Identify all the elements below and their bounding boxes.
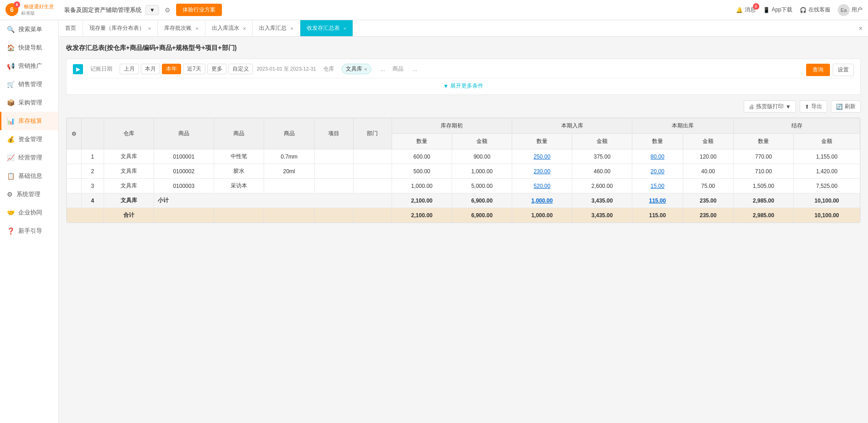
subtotal-label: 小计 bbox=[154, 193, 392, 208]
sidebar-item-inventory[interactable]: 📊 库存核算 bbox=[0, 112, 58, 130]
industry-select[interactable]: ▼ bbox=[145, 5, 159, 15]
tab-close-inout-flow[interactable]: × bbox=[243, 26, 246, 31]
settings-icon: ⚙ bbox=[72, 131, 77, 137]
date-range: 2023-01-01 至 2023-12-31 bbox=[257, 66, 316, 72]
sidebar-item-guide[interactable]: ❓ 新手引导 bbox=[0, 222, 58, 240]
logo-area: 6 6 畅捷通好生意 标准版 bbox=[6, 3, 64, 16]
sidebar-item-operations[interactable]: 📈 经营管理 bbox=[0, 148, 58, 167]
notification-button[interactable]: 🔔 消息 6 bbox=[736, 6, 756, 14]
tab-close-inout-summary[interactable]: × bbox=[290, 26, 293, 31]
avatar: Ea bbox=[838, 4, 850, 16]
row-warehouse: 文具库 bbox=[104, 149, 154, 164]
row-out-qty[interactable]: 20.00 bbox=[632, 164, 683, 179]
content-area: 收发存汇总表(按仓库+商品编码+商品+规格型号+项目+部门) ▶ 记账日期 上月… bbox=[59, 37, 868, 423]
subtotal-out-amt: 235.00 bbox=[683, 193, 733, 208]
subtotal-seq: 4 bbox=[82, 193, 104, 208]
subtotal-in-qty[interactable]: 1,000.00 bbox=[512, 193, 572, 208]
row-in-qty[interactable]: 520.00 bbox=[512, 179, 572, 193]
expand-conditions[interactable]: ▼ 展开更多条件 bbox=[73, 82, 854, 90]
row-in-qty[interactable]: 250.00 bbox=[512, 149, 572, 164]
row-bal-amt: 7,525.00 bbox=[794, 179, 860, 193]
tab-batch-ledger[interactable]: 库存批次账 × bbox=[158, 20, 205, 37]
tab-recv-send[interactable]: 收发存汇总表 × bbox=[300, 20, 353, 37]
footer-out-qty: 115.00 bbox=[632, 208, 683, 223]
headset-icon: 🎧 bbox=[800, 7, 807, 13]
date-btn-prev-month[interactable]: 上月 bbox=[120, 64, 139, 74]
footer-row: 合计 2,100.00 6,900.00 1,000.00 3,435.00 1… bbox=[67, 208, 860, 223]
subtotal-bal-qty: 2,985.00 bbox=[734, 193, 794, 208]
sidebar: 🔍 搜索菜单 🏠 快捷导航 📢 营销推广 🛒 销售管理 📦 采购管理 📊 库存核… bbox=[0, 20, 59, 423]
footer-in-qty: 1,000.00 bbox=[512, 208, 572, 223]
tab-stock-dist[interactable]: 现存量（库存分布表） × bbox=[83, 20, 158, 37]
row-bal-qty: 770.00 bbox=[734, 149, 794, 164]
close-all-tabs[interactable]: × bbox=[853, 25, 868, 32]
sidebar-item-marketing[interactable]: 📢 营销推广 bbox=[0, 57, 58, 75]
row-seq: 1 bbox=[82, 149, 104, 164]
col-balance-header: 结存 bbox=[734, 118, 860, 134]
row-in-qty[interactable]: 230.00 bbox=[512, 164, 572, 179]
toolbar: 🖨 拣货版打印 ▼ ⬆ 导出 🔄 刷新 bbox=[66, 100, 861, 113]
row-goods: 胶水 bbox=[214, 164, 264, 179]
refresh-button[interactable]: 🔄 刷新 bbox=[831, 100, 861, 113]
warehouse-more[interactable]: ... bbox=[381, 66, 385, 72]
try-industry-button[interactable]: 体验行业方案 bbox=[176, 4, 222, 16]
tab-close-batch-ledger[interactable]: × bbox=[195, 26, 198, 31]
row-out-qty[interactable]: 15.00 bbox=[632, 179, 683, 193]
tab-close-recv-send[interactable]: × bbox=[343, 26, 346, 31]
row-init-amt: 1,000.00 bbox=[452, 164, 512, 179]
warehouse-label: 仓库 bbox=[323, 65, 334, 73]
row-project bbox=[315, 149, 353, 164]
goods-label: 商品 bbox=[393, 65, 404, 73]
chart-icon: 📊 bbox=[7, 117, 15, 125]
sidebar-item-purchase[interactable]: 📦 采购管理 bbox=[0, 93, 58, 112]
date-btn-more[interactable]: 更多 bbox=[207, 64, 227, 74]
row-out-amt: 120.00 bbox=[683, 149, 733, 164]
date-btn-this-month[interactable]: 本月 bbox=[141, 64, 160, 74]
col-bal-qty-header: 数量 bbox=[734, 134, 794, 149]
settings-button[interactable]: 设置 bbox=[833, 64, 854, 76]
row-bal-qty: 710.00 bbox=[734, 164, 794, 179]
date-btn-7days[interactable]: 近7天 bbox=[183, 64, 205, 74]
refresh-icon: 🔄 bbox=[836, 104, 843, 110]
sidebar-item-finance[interactable]: 💰 资金管理 bbox=[0, 130, 58, 148]
export-button[interactable]: ⬆ 导出 bbox=[800, 100, 827, 113]
expand-filter-arrow[interactable]: ▶ bbox=[73, 64, 83, 74]
subtotal-warehouse: 文具库 bbox=[104, 193, 154, 208]
col-spec-header: 商品 bbox=[264, 118, 314, 149]
user-menu[interactable]: Ea 用户 bbox=[838, 4, 862, 16]
print-button[interactable]: 🖨 拣货版打印 ▼ bbox=[744, 100, 796, 113]
sidebar-item-basic-info[interactable]: 📋 基础信息 bbox=[0, 167, 58, 185]
date-btn-custom[interactable]: 自定义 bbox=[228, 64, 253, 74]
goods-more[interactable]: ... bbox=[413, 66, 417, 72]
row-warehouse: 文具库 bbox=[104, 164, 154, 179]
col-settings-header[interactable]: ⚙ bbox=[67, 118, 82, 149]
gear-icon[interactable]: ⚙ bbox=[163, 5, 172, 16]
tab-close-stock-dist[interactable]: × bbox=[148, 26, 151, 31]
col-seq-header bbox=[82, 118, 104, 149]
tab-inout-summary[interactable]: 出入库汇总 × bbox=[253, 20, 300, 37]
subtotal-row: 4 文具库 小计 2,100.00 6,900.00 1,000.00 3,43… bbox=[67, 193, 860, 208]
row-code: 0100001 bbox=[154, 149, 214, 164]
row-out-qty[interactable]: 80.00 bbox=[632, 149, 683, 164]
app-download-button[interactable]: 📱 App下载 bbox=[763, 6, 792, 14]
row-settings bbox=[67, 179, 82, 193]
sidebar-item-enterprise[interactable]: 🤝 企业协同 bbox=[0, 203, 58, 222]
col-out-header: 本期出库 bbox=[632, 118, 734, 134]
warehouse-tag-close[interactable]: × bbox=[364, 66, 367, 72]
row-spec: 20ml bbox=[264, 164, 314, 179]
tab-home[interactable]: 首页 bbox=[59, 20, 83, 37]
sidebar-item-sales[interactable]: 🛒 销售管理 bbox=[0, 75, 58, 93]
online-support-button[interactable]: 🎧 在线客服 bbox=[800, 6, 830, 14]
sidebar-item-search[interactable]: 🔍 搜索菜单 bbox=[0, 20, 58, 38]
sidebar-item-system[interactable]: ⚙ 系统管理 bbox=[0, 185, 58, 203]
tab-inout-flow[interactable]: 出入库流水 × bbox=[205, 20, 253, 37]
query-button[interactable]: 查询 bbox=[806, 64, 830, 76]
sidebar-item-quick-nav[interactable]: 🏠 快捷导航 bbox=[0, 38, 58, 57]
subtotal-out-qty[interactable]: 115.00 bbox=[632, 193, 683, 208]
money-icon: 💰 bbox=[7, 136, 15, 143]
row-init-qty: 500.00 bbox=[392, 164, 452, 179]
row-in-amt: 375.00 bbox=[572, 149, 632, 164]
date-btn-this-year[interactable]: 本年 bbox=[162, 64, 181, 74]
col-bal-amt-header: 金额 bbox=[794, 134, 860, 149]
notif-badge: 6 bbox=[753, 3, 759, 10]
